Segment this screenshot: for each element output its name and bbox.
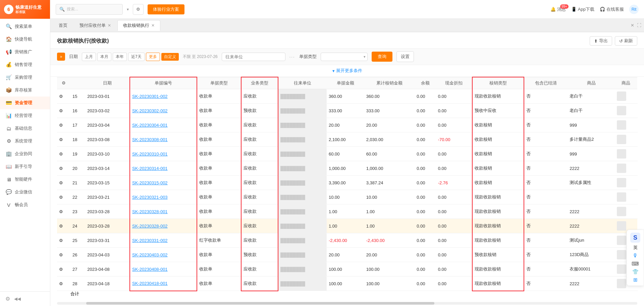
floating-icon-1[interactable]: 英: [633, 245, 638, 251]
this-year-btn[interactable]: 本年: [113, 53, 127, 61]
topbar-search[interactable]: 🔍 搜索...: [56, 4, 123, 15]
notification-button[interactable]: 🔔 消息 99+: [550, 6, 566, 12]
sidebar-item-purchase[interactable]: 🛒采购管理: [0, 71, 50, 84]
cell-date: 2023-03-04: [85, 118, 130, 132]
sidebar-item-corp[interactable]: 🏢企业协同: [0, 147, 50, 160]
sidebar-item-sales[interactable]: 💰销售管理: [0, 58, 50, 71]
table-row[interactable]: ⚙192023-03-10SK-20230310-001收款单应收款██████…: [57, 147, 637, 161]
tab-advance[interactable]: 预付应收付单✕: [74, 20, 117, 31]
table-row[interactable]: ⚙222023-03-21SK-20230321-003收款单应收款██████…: [57, 190, 637, 204]
refresh-button[interactable]: ↺ 刷新: [615, 36, 637, 46]
cell-receipt_no[interactable]: SK-20230321-003: [130, 190, 197, 204]
cell-receipt_no[interactable]: SK-20230408-001: [130, 262, 197, 277]
table-row[interactable]: ⚙262023-04-03SK-20230403-002收款单预收款██████…: [57, 248, 637, 262]
table-row[interactable]: ⚙172023-03-04SK-20230304-001收款单应收款██████…: [57, 118, 637, 132]
table-row[interactable]: ⚙152023-03-01SK-20230301-002收款单应收款██████…: [57, 89, 637, 104]
cell-receipt_no[interactable]: SK-20230331-002: [130, 233, 197, 248]
floating-icon-grid[interactable]: ⊞: [633, 277, 638, 283]
custom-date-btn[interactable]: 自定义: [161, 53, 179, 61]
table-row[interactable]: ⚙182023-03-08SK-20230308-001收款单应收款██████…: [57, 132, 637, 147]
tab-close-writeoff[interactable]: ✕: [151, 23, 155, 28]
table-scrollbar[interactable]: [57, 302, 637, 305]
query-button[interactable]: 查询: [372, 52, 392, 62]
sidebar-item-wechat[interactable]: 💬企业微信: [0, 186, 50, 198]
cell-receipt_no[interactable]: SK-20230403-002: [130, 248, 197, 262]
cell-settings: ⚙: [57, 262, 70, 277]
col-header-amount: 单据金额: [327, 77, 364, 89]
cell-receipt_no[interactable]: SK-20230418-001: [130, 277, 197, 291]
solution-button[interactable]: 体验行业方案: [148, 4, 184, 14]
table-row[interactable]: ⚙242023-03-28SK-20230328-002收款单应收款██████…: [57, 219, 637, 233]
cell-receipt_no[interactable]: SK-20230328-002: [130, 219, 197, 233]
table-row[interactable]: ⚙252023-03-31SK-20230331-002红字收款单应收款████…: [57, 233, 637, 248]
table-row[interactable]: ⚙232023-03-28SK-20230328-001收款单应收款██████…: [57, 204, 637, 219]
sidebar-item-inventory[interactable]: 📦库存核算: [0, 84, 50, 97]
sidebar-item-shortcut[interactable]: 🏠快捷导航: [0, 33, 50, 46]
cell-settings: ⚙: [57, 89, 70, 104]
cell-writeoff_type: 现款收款核销: [472, 233, 524, 248]
tab-writeoff[interactable]: 收款核销执行✕: [117, 20, 160, 31]
filter-toggle-button[interactable]: »: [57, 53, 65, 61]
cell-receipt_no[interactable]: SK-20230310-001: [130, 147, 197, 161]
table-row[interactable]: ⚙282023-04-18SK-20230418-001收款单应收款██████…: [57, 277, 637, 291]
refresh-icon: ↺: [619, 39, 623, 44]
maximize-icon[interactable]: ⛶: [637, 23, 641, 28]
tab-close-advance[interactable]: ✕: [108, 23, 111, 28]
cell-receipt_no[interactable]: SK-20230301-002: [130, 89, 197, 104]
cell-balance: 0.00: [415, 190, 436, 204]
cell-seq: 21: [70, 176, 85, 190]
sidebar-item-system[interactable]: ⚙系统管理: [0, 135, 50, 147]
user-avatar[interactable]: Rit: [629, 5, 639, 14]
expand-conditions-button[interactable]: ▾ 展开更多条件: [332, 66, 362, 75]
table-row[interactable]: ⚙212023-03-15SK-20230315-002收款单应收款██████…: [57, 176, 637, 190]
last-month-btn[interactable]: 上月: [82, 53, 96, 61]
sidebar-item-basics[interactable]: 🗂基础信息: [0, 122, 50, 135]
cell-product2: [615, 147, 637, 161]
floating-icon-keyboard[interactable]: ⌨: [632, 261, 639, 267]
sidebar-item-operations[interactable]: 📊经营管理: [0, 109, 50, 122]
table-row[interactable]: ⚙162023-03-02SK-20230302-002收款单预收款██████…: [57, 104, 637, 118]
sidebar-item-finance[interactable]: 💳资金管理: [0, 97, 50, 109]
cell-amount: 360.00: [327, 89, 364, 104]
receipt-type-select-wrap: [321, 53, 368, 61]
this-month-btn[interactable]: 本月: [97, 53, 111, 61]
cell-writeoff_type: 收款核销: [472, 147, 524, 161]
more-dates-btn[interactable]: 更多: [146, 53, 160, 61]
dropdown-arrow-icon[interactable]: ▾: [127, 7, 129, 12]
table-row[interactable]: ⚙202023-03-14SK-20230314-001收款单应收款██████…: [57, 161, 637, 176]
tab-home[interactable]: 首页: [53, 20, 73, 31]
cell-receipt_no[interactable]: SK-20230308-001: [130, 132, 197, 147]
cell-amount: 1.00: [327, 219, 364, 233]
cell-product2: [615, 132, 637, 147]
settings-icon[interactable]: ⚙: [5, 296, 10, 302]
table-row[interactable]: ⚙272023-04-08SK-20230408-001收款单应收款██████…: [57, 262, 637, 277]
sidebar-item-hardware[interactable]: 🖥智能硬件: [0, 173, 50, 186]
counterparty-input[interactable]: [222, 53, 285, 61]
cell-counterparty: ████████: [278, 161, 327, 176]
cell-receipt_no[interactable]: SK-20230304-001: [130, 118, 197, 132]
footer-cell-cash_discount: [472, 291, 524, 297]
cell-receipt_no[interactable]: SK-20230302-002: [130, 104, 197, 118]
floating-icon-mic[interactable]: 🎙: [633, 253, 638, 259]
cell-receipt_no[interactable]: SK-20230314-001: [130, 161, 197, 176]
sidebar-item-guide[interactable]: 📖新手引导: [0, 160, 50, 173]
app-download-button[interactable]: 📱 App下载: [571, 6, 594, 12]
receipt-type-select[interactable]: [321, 53, 368, 61]
scrollbar-thumb[interactable]: [86, 302, 434, 305]
cell-product: 2222: [568, 161, 615, 176]
export-button[interactable]: ⬆ 导出: [590, 36, 612, 46]
cell-date: 2023-03-28: [85, 219, 130, 233]
gear-button[interactable]: ⚙: [133, 4, 144, 15]
cell-receipt_no[interactable]: SK-20230328-001: [130, 204, 197, 219]
collapse-icon[interactable]: ◀◀: [14, 296, 21, 301]
settings-button[interactable]: 设置: [396, 51, 414, 62]
sidebar-item-marketing[interactable]: 📢营销推广: [0, 46, 50, 58]
customer-service-button[interactable]: 🎧 在线客服: [600, 6, 624, 12]
last-7days-btn[interactable]: 近7天: [128, 53, 145, 61]
cell-biz_type: 应收款: [241, 132, 278, 147]
floating-icon-shirt[interactable]: 👕: [632, 269, 639, 275]
cell-receipt_no[interactable]: SK-20230315-002: [130, 176, 197, 190]
sidebar-item-member[interactable]: V畅会员: [0, 198, 50, 211]
close-tab-icon[interactable]: ✕: [631, 23, 634, 28]
sidebar-item-search[interactable]: 🔍搜索菜单: [0, 20, 50, 33]
